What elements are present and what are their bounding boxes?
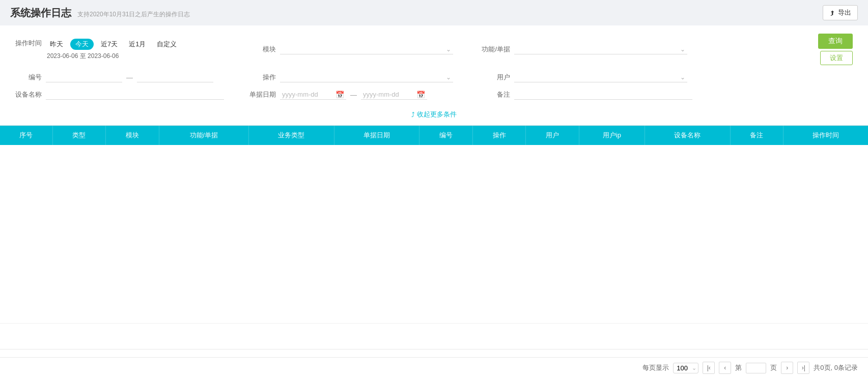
next-page-button[interactable]: › <box>781 362 793 374</box>
time-filter-group: 昨天 今天 近7天 近1月 自定义 2023-06-06 至 2023-06-0… <box>46 39 181 61</box>
operation-select-wrap: ⌄ <box>280 72 453 82</box>
collapse-up-icon: ⤴ <box>411 111 415 119</box>
filter-area: 操作时间 昨天 今天 近7天 近1月 自定义 2023-06-06 至 2023… <box>0 25 868 126</box>
module-select-wrap: ⌄ <box>280 44 453 54</box>
time-range: 2023-06-06 至 2023-06-06 <box>46 52 181 61</box>
number-label: 编号 <box>10 73 46 82</box>
horizontal-scrollbar[interactable] <box>0 349 868 357</box>
col-function: 功能/单据 <box>159 126 248 145</box>
collapse-label: 收起更多条件 <box>417 110 457 119</box>
col-operation: 操作 <box>472 126 525 145</box>
col-number: 编号 <box>419 126 472 145</box>
settings-button[interactable]: 设置 <box>820 51 853 65</box>
page-number-input[interactable]: 1 <box>746 363 766 373</box>
function-label: 功能/单据 <box>479 45 514 54</box>
time-btn-7days[interactable]: 近7天 <box>97 39 122 50</box>
number-to-input[interactable] <box>137 72 213 82</box>
col-user: 用户 <box>526 126 579 145</box>
device-input[interactable] <box>46 90 224 100</box>
function-select-wrap: ⌄ <box>514 44 687 54</box>
col-module: 模块 <box>106 126 159 145</box>
doc-date-from-wrap: 📅 <box>280 90 346 100</box>
page-size-label: 每页显示 <box>642 363 669 372</box>
filter-row-1: 操作时间 昨天 今天 近7天 近1月 自定义 2023-06-06 至 2023… <box>10 34 858 65</box>
function-select[interactable] <box>514 44 687 54</box>
number-from-input[interactable] <box>46 72 122 82</box>
data-table: 序号 类型 模块 功能/单据 业务类型 单据日期 编号 操作 用户 用户ip 设… <box>0 126 868 324</box>
time-filter-col: 操作时间 昨天 今天 近7天 近1月 自定义 2023-06-06 至 2023… <box>10 39 244 61</box>
col-sequence: 序号 <box>0 126 52 145</box>
remark-col: 备注 <box>479 90 713 100</box>
export-label: 导出 <box>838 8 851 17</box>
action-buttons: 查询 设置 <box>713 34 858 65</box>
page-label: 第 <box>735 363 742 372</box>
collapse-button[interactable]: ⤴ 收起更多条件 <box>411 110 457 119</box>
module-label: 模块 <box>244 45 280 54</box>
page-header: 系统操作日志 支持2020年10月31日之后产生的操作日志 ⮭ 导出 <box>0 0 868 25</box>
export-button[interactable]: ⮭ 导出 <box>823 5 858 20</box>
filter-row-2: 编号 — 操作 ⌄ 用户 <box>10 72 858 82</box>
col-doc-date: 单据日期 <box>334 126 419 145</box>
remark-label: 备注 <box>479 90 514 99</box>
doc-date-to-wrap: 📅 <box>361 90 427 100</box>
time-btn-1month[interactable]: 近1月 <box>125 39 150 50</box>
doc-date-dash: — <box>346 91 361 99</box>
page-wrapper: 系统操作日志 支持2020年10月31日之后产生的操作日志 ⮭ 导出 操作时间 … <box>0 0 868 378</box>
page-size-select[interactable]: 10 20 50 100 <box>673 363 698 373</box>
time-btn-custom[interactable]: 自定义 <box>153 39 181 50</box>
user-label: 用户 <box>479 73 514 82</box>
scrollbar-inner <box>0 350 868 350</box>
operation-select[interactable] <box>280 72 453 82</box>
remark-input[interactable] <box>514 90 692 100</box>
table-header-row: 序号 类型 模块 功能/单据 业务类型 单据日期 编号 操作 用户 用户ip 设… <box>0 126 868 145</box>
number-col: 编号 — <box>10 72 244 82</box>
total-label: 共0页, 0条记录 <box>814 363 858 372</box>
table-section: 序号 类型 模块 功能/单据 业务类型 单据日期 编号 操作 用户 用户ip 设… <box>0 126 868 349</box>
device-label: 设备名称 <box>10 90 46 99</box>
time-buttons: 昨天 今天 近7天 近1月 自定义 <box>46 39 181 50</box>
number-dash: — <box>122 74 137 81</box>
doc-date-col: 单据日期 📅 — 📅 <box>244 90 479 100</box>
module-col: 模块 ⌄ <box>244 44 479 54</box>
calendar-from-icon[interactable]: 📅 <box>335 91 344 99</box>
col-type: 类型 <box>52 126 105 145</box>
module-select[interactable] <box>280 44 453 54</box>
device-col: 设备名称 <box>10 90 244 100</box>
first-page-button[interactable]: |‹ <box>703 362 715 374</box>
query-button[interactable]: 查询 <box>818 34 853 49</box>
page-subtitle: 支持2020年10月31日之后产生的操作日志 <box>77 10 190 19</box>
user-select-wrap: ⌄ <box>514 72 687 82</box>
user-select[interactable] <box>514 72 687 82</box>
pagination-bar: 每页显示 10 20 50 100 ⌄ |‹ ‹ 第 1 页 › ›| 共0页,… <box>0 357 868 378</box>
time-label: 操作时间 <box>10 39 46 48</box>
calendar-to-icon[interactable]: 📅 <box>416 91 425 99</box>
page-unit: 页 <box>770 363 777 372</box>
filter-row-3: 设备名称 单据日期 📅 — 📅 备注 <box>10 90 858 100</box>
col-device: 设备名称 <box>645 126 730 145</box>
user-col: 用户 ⌄ <box>479 72 713 82</box>
export-icon: ⮭ <box>829 9 836 17</box>
col-remark: 备注 <box>730 126 783 145</box>
time-btn-yesterday[interactable]: 昨天 <box>46 39 67 50</box>
collapse-bar: ⤴ 收起更多条件 <box>10 107 858 120</box>
page-size-wrap: 10 20 50 100 ⌄ <box>673 363 698 373</box>
header-left: 系统操作日志 支持2020年10月31日之后产生的操作日志 <box>10 6 190 20</box>
page-title: 系统操作日志 <box>10 6 71 20</box>
operation-col: 操作 ⌄ <box>244 72 479 82</box>
table-head: 序号 类型 模块 功能/单据 业务类型 单据日期 编号 操作 用户 用户ip 设… <box>0 126 868 145</box>
operation-label: 操作 <box>244 73 280 82</box>
prev-page-button[interactable]: ‹ <box>719 362 731 374</box>
table-body <box>0 145 868 323</box>
empty-cell <box>0 145 868 323</box>
time-btn-today[interactable]: 今天 <box>70 39 94 50</box>
col-op-time: 操作时间 <box>783 126 868 145</box>
function-col: 功能/单据 ⌄ <box>479 44 713 54</box>
col-user-ip: 用户ip <box>579 126 645 145</box>
last-page-button[interactable]: ›| <box>797 362 809 374</box>
doc-date-label: 单据日期 <box>244 90 280 99</box>
empty-row <box>0 145 868 323</box>
col-biz-type: 业务类型 <box>249 126 334 145</box>
